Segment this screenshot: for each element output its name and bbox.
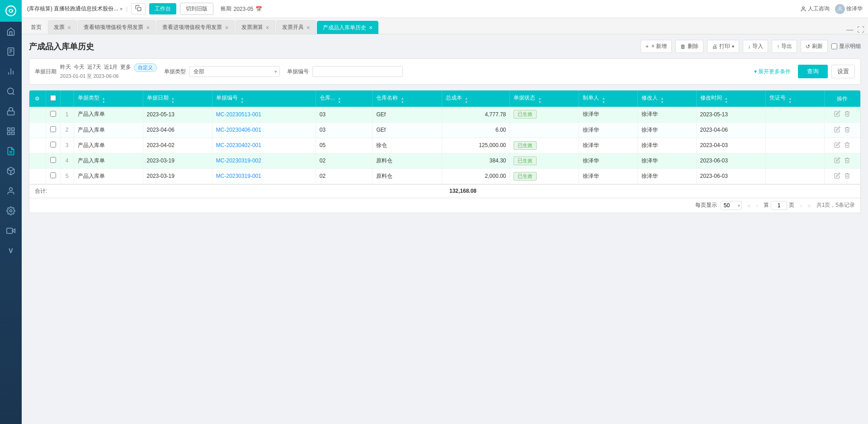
prev-page-btn[interactable]: ‹ bbox=[755, 201, 760, 210]
print-btn[interactable]: 🖨 打印 ▾ bbox=[707, 40, 739, 53]
row-checkbox[interactable] bbox=[50, 111, 56, 117]
import-btn[interactable]: ↓ 导入 bbox=[743, 40, 768, 53]
date-1month[interactable]: 近1月 bbox=[104, 63, 118, 72]
help-btn[interactable]: 人工咨询 bbox=[800, 5, 830, 13]
per-page-select[interactable]: 20 50 100 bbox=[721, 201, 742, 210]
row-checkbox-cell[interactable] bbox=[46, 122, 60, 138]
sidebar-item-person[interactable] bbox=[0, 181, 22, 201]
col-modifier[interactable]: 修改人 ▲▼ bbox=[637, 91, 696, 107]
row-number[interactable]: MC-20230319-001 bbox=[212, 168, 316, 184]
row-number-link[interactable]: MC-20230319-002 bbox=[216, 157, 261, 164]
date-more[interactable]: 更多 bbox=[120, 63, 131, 72]
col-warehouse-code[interactable]: 仓库... ▲▼ bbox=[316, 91, 373, 107]
col-warehouse-name[interactable]: 仓库名称 ▲▼ bbox=[373, 91, 442, 107]
next-page-btn[interactable]: › bbox=[798, 201, 804, 210]
tab-purchase-vat-close[interactable]: × bbox=[225, 24, 228, 31]
page-input[interactable] bbox=[771, 201, 787, 210]
sidebar-item-media[interactable] bbox=[0, 221, 22, 241]
app-logo[interactable] bbox=[0, 0, 22, 22]
sidebar-item-lock[interactable] bbox=[0, 101, 22, 121]
col-creator[interactable]: 制单人 ▲▼ bbox=[579, 91, 638, 107]
sidebar-item-grid[interactable] bbox=[0, 121, 22, 141]
copy-btn[interactable] bbox=[131, 3, 146, 14]
date-yesterday[interactable]: 昨天 bbox=[60, 63, 71, 72]
tab-sales-vat-close[interactable]: × bbox=[146, 24, 150, 31]
col-date[interactable]: 单据日期 ▲▼ bbox=[143, 91, 212, 107]
row-number-link[interactable]: MC-20230513-001 bbox=[216, 111, 261, 118]
tab-invoice[interactable]: 发票 × bbox=[48, 20, 77, 34]
date-7days[interactable]: 近7天 bbox=[87, 63, 101, 72]
row-checkbox[interactable] bbox=[50, 142, 56, 148]
row-number-link[interactable]: MC-20230406-001 bbox=[216, 127, 261, 133]
display-detail-checkbox[interactable] bbox=[831, 43, 837, 49]
row-checkbox[interactable] bbox=[50, 172, 56, 178]
col-total-cost[interactable]: 总成本 ▲▼ bbox=[442, 91, 510, 107]
row-edit-icon[interactable] bbox=[834, 157, 840, 165]
tab-purchase-vat[interactable]: 查看进项增值税专用发票 × bbox=[156, 20, 234, 34]
sidebar-item-box[interactable] bbox=[0, 161, 22, 181]
tab-product-history-close[interactable]: × bbox=[369, 24, 373, 31]
user-info[interactable]: 徐泽华 bbox=[835, 4, 863, 14]
date-custom[interactable]: 自定义 bbox=[134, 63, 157, 72]
row-delete-icon[interactable] bbox=[844, 172, 850, 180]
row-checkbox-cell[interactable] bbox=[46, 168, 60, 184]
row-checkbox-cell[interactable] bbox=[46, 138, 60, 153]
row-checkbox-cell[interactable] bbox=[46, 107, 60, 122]
new-btn[interactable]: + + 新增 bbox=[641, 40, 672, 53]
col-modify-time[interactable]: 修改时间 ▲▼ bbox=[696, 91, 765, 107]
switch-btn[interactable]: 切到旧版 bbox=[180, 3, 213, 15]
workbench-btn[interactable]: 工作台 bbox=[149, 3, 176, 14]
last-page-btn[interactable]: » bbox=[806, 201, 813, 210]
type-select[interactable]: 全部 bbox=[189, 66, 280, 77]
row-number[interactable]: MC-20230513-001 bbox=[212, 107, 316, 122]
sidebar-item-v[interactable]: V bbox=[0, 241, 22, 261]
col-voucher[interactable]: 凭证号 ▲▼ bbox=[765, 91, 824, 107]
row-delete-icon[interactable] bbox=[844, 157, 850, 165]
row-edit-icon[interactable] bbox=[834, 126, 840, 134]
window-maximize-btn[interactable]: ⛶ bbox=[857, 26, 864, 34]
setting-btn[interactable]: 设置 bbox=[831, 65, 855, 78]
expand-filter-btn[interactable]: ▾ 展开更多条件 bbox=[754, 68, 791, 76]
col-type[interactable]: 单据类型 ▲▼ bbox=[74, 91, 143, 107]
window-minimize-btn[interactable]: — bbox=[846, 26, 854, 34]
sidebar-item-chart[interactable] bbox=[0, 62, 22, 81]
row-edit-icon[interactable] bbox=[834, 110, 840, 118]
tab-invoice-issue-close[interactable]: × bbox=[307, 24, 310, 31]
date-today[interactable]: 今天 bbox=[74, 63, 85, 72]
company-dropdown-icon[interactable]: ▾ bbox=[120, 6, 123, 12]
sidebar-item-invoice[interactable] bbox=[0, 141, 22, 161]
row-edit-icon[interactable] bbox=[834, 172, 840, 180]
row-checkbox[interactable] bbox=[50, 157, 56, 163]
tab-home[interactable]: 首页 bbox=[25, 20, 47, 34]
select-all-checkbox[interactable] bbox=[50, 95, 56, 101]
tab-tax-calc-close[interactable]: × bbox=[266, 24, 269, 31]
delete-btn[interactable]: 🗑 删除 bbox=[675, 40, 703, 53]
col-number[interactable]: 单据编号 ▲▼ bbox=[212, 91, 316, 107]
tab-product-history[interactable]: 产成品入库单历史 × bbox=[317, 21, 378, 34]
export-btn[interactable]: ↑ 导出 bbox=[772, 40, 797, 53]
col-status[interactable]: 单据状态 ▲▼ bbox=[510, 91, 579, 107]
row-number[interactable]: MC-20230319-002 bbox=[212, 153, 316, 168]
row-checkbox-cell[interactable] bbox=[46, 153, 60, 168]
query-btn[interactable]: 查询 bbox=[798, 65, 828, 78]
row-delete-icon[interactable] bbox=[844, 110, 850, 118]
first-page-btn[interactable]: « bbox=[745, 201, 753, 210]
row-checkbox[interactable] bbox=[50, 126, 56, 132]
sidebar-item-analysis[interactable] bbox=[0, 81, 22, 101]
tab-sales-vat[interactable]: 查看销项增值税专用发票 × bbox=[78, 20, 156, 34]
sidebar-item-document[interactable] bbox=[0, 42, 22, 62]
sidebar-item-home[interactable] bbox=[0, 22, 22, 42]
row-delete-icon[interactable] bbox=[844, 142, 850, 149]
row-edit-icon[interactable] bbox=[834, 142, 840, 149]
number-input[interactable] bbox=[312, 66, 403, 77]
refresh-btn[interactable]: ↺ 刷新 bbox=[801, 40, 828, 53]
row-delete-icon[interactable] bbox=[844, 126, 850, 134]
period-calendar-icon[interactable]: 📅 bbox=[255, 6, 262, 12]
tab-invoice-issue[interactable]: 发票开具 × bbox=[276, 20, 316, 34]
tab-tax-calc[interactable]: 发票测算 × bbox=[236, 20, 275, 34]
col-settings[interactable]: ⚙ bbox=[29, 91, 46, 107]
row-number[interactable]: MC-20230402-001 bbox=[212, 138, 316, 153]
row-number-link[interactable]: MC-20230319-001 bbox=[216, 173, 261, 179]
col-checkbox[interactable] bbox=[46, 91, 60, 107]
row-number[interactable]: MC-20230406-001 bbox=[212, 122, 316, 138]
